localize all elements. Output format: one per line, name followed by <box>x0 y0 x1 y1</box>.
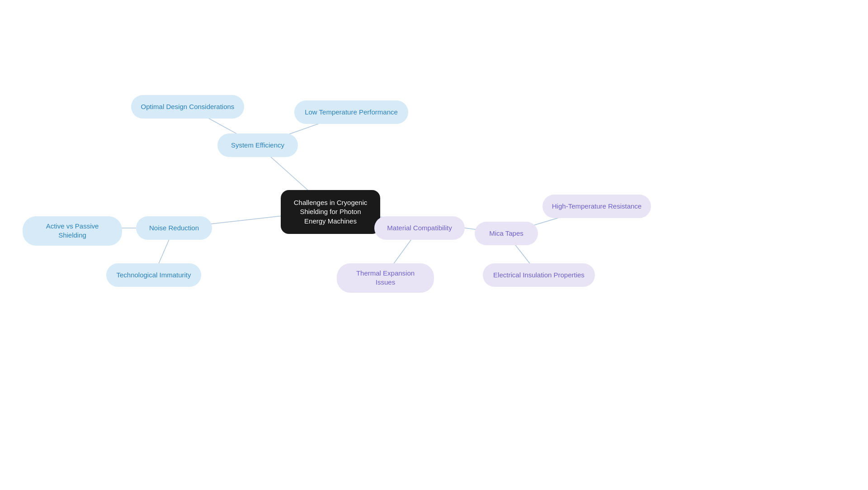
high-temp-resistance-node[interactable]: High-Temperature Resistance <box>542 195 651 218</box>
electrical-insulation-node[interactable]: Electrical Insulation Properties <box>483 263 595 287</box>
active-passive-node[interactable]: Active vs Passive Shielding <box>23 216 122 246</box>
low-temperature-node[interactable]: Low Temperature Performance <box>294 100 408 124</box>
optimal-design-node[interactable]: Optimal Design Considerations <box>131 95 244 119</box>
mica-tapes-node[interactable]: Mica Tapes <box>475 222 538 245</box>
tech-immaturity-node[interactable]: Technological Immaturity <box>106 263 201 287</box>
center-node[interactable]: Challenges in Cryogenic Shielding for Ph… <box>281 190 380 234</box>
system-efficiency-node[interactable]: System Efficiency <box>217 133 298 157</box>
connections-svg <box>0 0 868 490</box>
noise-reduction-node[interactable]: Noise Reduction <box>136 216 212 240</box>
material-compatibility-node[interactable]: Material Compatibility <box>374 216 465 240</box>
thermal-expansion-node[interactable]: Thermal Expansion Issues <box>337 263 434 293</box>
mind-map: Challenges in Cryogenic Shielding for Ph… <box>0 0 868 490</box>
